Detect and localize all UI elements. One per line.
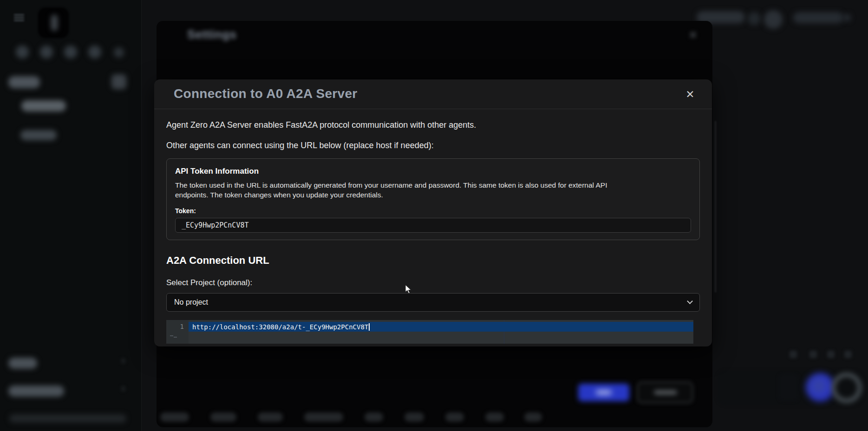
close-icon[interactable]: ✕ bbox=[683, 87, 697, 101]
new-chat-icon[interactable] bbox=[111, 74, 126, 89]
text-caret bbox=[369, 323, 370, 331]
settings-close-icon[interactable]: ✕ bbox=[689, 29, 697, 41]
microphone-button[interactable] bbox=[806, 373, 835, 402]
project-select-value: No project bbox=[174, 298, 688, 307]
app-screen: › › Settings ✕ Connection to A0 A2A Ser bbox=[0, 0, 868, 431]
modal-header: Connection to A0 A2A Server ✕ bbox=[154, 79, 712, 109]
chevron-down-icon bbox=[687, 298, 693, 304]
project-select[interactable]: No project bbox=[166, 293, 700, 312]
chat-list-item-2[interactable] bbox=[20, 130, 57, 140]
chat-list-item-1[interactable] bbox=[21, 100, 66, 111]
token-value-field[interactable] bbox=[175, 218, 691, 233]
settings-cancel-button[interactable] bbox=[637, 382, 693, 403]
editor-content[interactable]: http://localhost:32080/a2a/t-_ECy9Hwp2PC… bbox=[189, 320, 693, 344]
chat-tool-icon-4[interactable] bbox=[844, 351, 852, 358]
chat-tool-icon-1[interactable] bbox=[790, 351, 797, 358]
chat-tool-icon-2[interactable] bbox=[809, 351, 817, 358]
token-label: Token: bbox=[175, 207, 691, 215]
intro-line-1: Agent Zero A2A Server enables FastA2A pr… bbox=[166, 120, 700, 130]
avatar[interactable] bbox=[764, 10, 783, 29]
a2a-connection-modal: Connection to A0 A2A Server ✕ Agent Zero… bbox=[154, 79, 712, 346]
settings-tab-5[interactable] bbox=[365, 412, 383, 422]
settings-tab-3[interactable] bbox=[258, 412, 283, 422]
chat-tool-icon-3[interactable] bbox=[827, 351, 835, 358]
sidebar-icon-4[interactable] bbox=[88, 46, 101, 59]
api-token-description: The token used in the URL is automatical… bbox=[175, 180, 691, 200]
menu-icon[interactable] bbox=[14, 14, 24, 22]
settings-tab-7[interactable] bbox=[445, 412, 464, 422]
attachment-button[interactable] bbox=[778, 373, 799, 401]
settings-tab-8[interactable] bbox=[485, 412, 504, 422]
a2a-url-editor[interactable]: 1 http://localhost:32080/a2a/t-_ECy9Hwp2… bbox=[166, 320, 693, 344]
modal-body: Agent Zero A2A Server enables FastA2A pr… bbox=[154, 109, 712, 344]
settings-scrollbar[interactable] bbox=[714, 121, 717, 293]
settings-tab-4[interactable] bbox=[304, 412, 343, 422]
editor-gutter: 1 bbox=[166, 320, 189, 344]
settings-tab-9[interactable] bbox=[524, 412, 542, 422]
tasks-section-label[interactable] bbox=[8, 358, 37, 369]
api-token-card: API Token Information The token used in … bbox=[166, 158, 700, 240]
header-chevron-icon bbox=[843, 14, 851, 21]
settings-tab-6[interactable] bbox=[405, 412, 424, 422]
send-button[interactable] bbox=[832, 373, 861, 403]
settings-tab-2[interactable] bbox=[210, 412, 236, 422]
settings-save-button[interactable] bbox=[578, 384, 629, 401]
intro-line-2: Other agents can connect using the URL b… bbox=[166, 141, 700, 150]
modal-title: Connection to A0 A2A Server bbox=[174, 86, 358, 101]
header-project-select[interactable] bbox=[793, 12, 843, 23]
sidebar-icon-1[interactable] bbox=[16, 46, 29, 59]
header-icon-button[interactable] bbox=[748, 12, 761, 25]
sidebar: › › bbox=[0, 0, 142, 431]
a2a-url-text: http://localhost:32080/a2a/t-_ECy9Hwp2PC… bbox=[192, 323, 368, 331]
app-logo-glyph bbox=[51, 15, 58, 31]
chats-section-label bbox=[8, 76, 40, 88]
line-number: 1 bbox=[166, 320, 189, 332]
sidebar-icon-2[interactable] bbox=[40, 46, 53, 59]
preferences-section-label[interactable] bbox=[8, 385, 64, 397]
settings-modal-title: Settings bbox=[187, 27, 237, 42]
editor-active-line: http://localhost:32080/a2a/t-_ECy9Hwp2PC… bbox=[189, 322, 693, 332]
mouse-cursor bbox=[405, 284, 412, 294]
sidebar-icon-3[interactable] bbox=[64, 46, 77, 59]
sidebar-icon-5[interactable] bbox=[114, 47, 124, 58]
version-info bbox=[9, 414, 126, 423]
select-project-label: Select Project (optional): bbox=[166, 278, 700, 287]
settings-tab-1[interactable] bbox=[160, 412, 189, 422]
api-token-card-title: API Token Information bbox=[175, 167, 691, 176]
a2a-url-section-title: A2A Connection URL bbox=[166, 255, 700, 267]
